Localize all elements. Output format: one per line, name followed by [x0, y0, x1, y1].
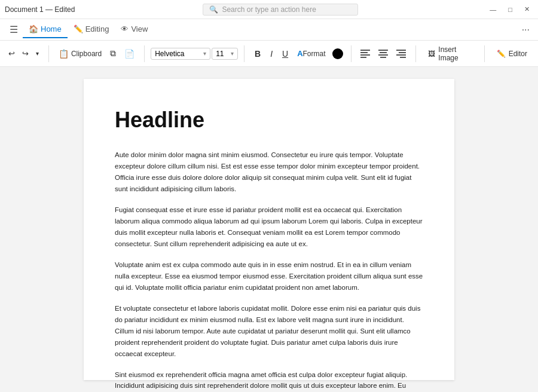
size-chevron: ▾ [231, 50, 234, 57]
svg-rect-9 [399, 52, 406, 53]
search-placeholder: Search or type an action here [222, 5, 316, 14]
undo-redo-group: ↩ ↪ ▾ [5, 47, 42, 60]
view-icon: 👁 [121, 24, 129, 33]
bold-button[interactable]: B [250, 47, 265, 61]
clipboard-label: Clipboard [71, 50, 102, 58]
editor-button[interactable]: ✏️ Editor [491, 47, 533, 60]
insert-image-button[interactable]: 🖼 Insert Image [422, 43, 478, 65]
svg-rect-10 [396, 54, 406, 56]
undo-button[interactable]: ↩ [5, 47, 19, 60]
svg-rect-0 [360, 50, 370, 51]
font-group: Helvetica ▾ 11 ▾ [151, 48, 238, 60]
title-bar-left: Document 1 — Edited [5, 5, 75, 14]
tab-home[interactable]: 🏠 Home [23, 21, 68, 38]
separator-4 [351, 45, 351, 62]
font-selector[interactable]: Helvetica ▾ [151, 48, 210, 60]
insert-image-label: Insert Image [438, 45, 472, 62]
paragraph-1: Aute dolor minim dolor magna sint minim … [115, 149, 423, 195]
document[interactable]: Headline Aute dolor minim dolor magna si… [84, 79, 454, 380]
svg-rect-5 [380, 52, 387, 53]
editing-icon: ✏️ [74, 24, 83, 33]
svg-rect-4 [378, 50, 388, 51]
paragraph-5: Sint eiusmod ex reprehenderit officia ma… [115, 369, 423, 393]
paragraph-3: Voluptate anim est ex culpa commodo aute… [115, 259, 423, 293]
italic-button[interactable]: I [266, 47, 277, 61]
title-bar: Document 1 — Edited 🔍 Search or type an … [0, 0, 538, 19]
ribbon-tabs: ☰ 🏠 Home ✏️ Editing 👁 View ··· [0, 19, 538, 41]
toolbar: ↩ ↪ ▾ 📋 Clipboard ⧉ 📄 Helvetica ▾ 11 ▾ B… [0, 41, 538, 67]
paste-button[interactable]: 📄 [121, 47, 138, 61]
format-icon: A [297, 49, 302, 58]
separator-5 [415, 45, 416, 62]
align-left-button[interactable] [357, 47, 374, 60]
tab-editing-label: Editing [85, 24, 109, 33]
document-title: Document 1 — Edited [5, 5, 75, 14]
editor-icon: ✏️ [497, 50, 506, 58]
paragraph-2: Fugiat consequat esse et irure esse id p… [115, 204, 423, 250]
close-button[interactable]: ✕ [521, 4, 533, 14]
clipboard-button[interactable]: 📋 Clipboard [55, 47, 105, 60]
font-name: Helvetica [155, 50, 184, 58]
document-headline: Headline [115, 108, 423, 133]
format-button[interactable]: A Format [294, 47, 329, 60]
align-center-button[interactable] [375, 47, 392, 60]
redo-button[interactable]: ↪ [19, 47, 32, 60]
document-area: Headline Aute dolor minim dolor magna si… [0, 67, 538, 392]
redo-chevron[interactable]: ▾ [32, 48, 42, 59]
svg-rect-8 [396, 50, 406, 51]
tab-home-label: Home [41, 24, 62, 33]
title-bar-center: 🔍 Search or type an action here [75, 4, 486, 16]
font-size-selector[interactable]: 11 ▾ [212, 48, 238, 60]
font-size-value: 11 [216, 50, 224, 58]
search-bar[interactable]: 🔍 Search or type an action here [203, 4, 358, 16]
tab-editing[interactable]: ✏️ Editing [68, 21, 115, 38]
editor-label: Editor [509, 50, 527, 58]
separator-3 [244, 45, 244, 62]
align-group [357, 47, 409, 60]
minimize-button[interactable]: — [486, 5, 500, 14]
search-icon: 🔍 [209, 5, 218, 14]
svg-rect-3 [360, 57, 366, 58]
svg-rect-1 [360, 52, 368, 53]
separator-6 [484, 45, 485, 62]
copy-button[interactable]: ⧉ [106, 46, 120, 61]
svg-rect-11 [400, 57, 406, 58]
insert-image-icon: 🖼 [428, 50, 435, 58]
clipboard-group: 📋 Clipboard ⧉ 📄 [55, 46, 138, 61]
maximize-button[interactable]: □ [505, 5, 516, 14]
separator-1 [48, 45, 49, 62]
title-bar-right: — □ ✕ [486, 4, 533, 14]
svg-rect-7 [380, 57, 386, 58]
clipboard-icon: 📋 [59, 49, 69, 59]
underline-button[interactable]: U [278, 47, 292, 61]
svg-rect-2 [360, 54, 370, 56]
align-right-button[interactable] [393, 47, 409, 60]
tab-view[interactable]: 👁 View [115, 21, 154, 38]
font-chevron: ▾ [203, 50, 206, 57]
tab-view-label: View [131, 24, 148, 33]
more-options-button[interactable]: ··· [518, 22, 533, 38]
hamburger-menu-icon[interactable]: ☰ [5, 22, 23, 38]
color-picker[interactable] [332, 48, 343, 59]
paragraph-4: Et voluptate consectetur et labore labor… [115, 303, 423, 360]
svg-rect-6 [378, 54, 388, 56]
separator-2 [144, 45, 145, 62]
home-icon: 🏠 [29, 24, 38, 33]
format-group: B I U A Format [250, 47, 345, 61]
